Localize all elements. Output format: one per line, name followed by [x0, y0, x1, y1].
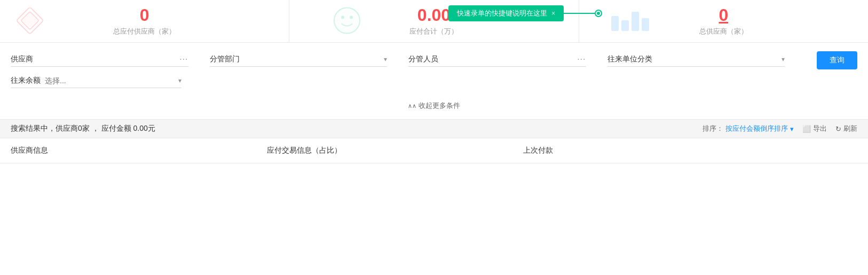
department-label: 分管部门	[210, 54, 240, 64]
collapse-label: 收起更多条件	[419, 101, 460, 111]
sort-label: 排序：	[703, 124, 723, 133]
total-payable-label: 总应付供应商（家）	[113, 27, 176, 36]
collapse-button[interactable]: ∧∧ 收起更多条件	[401, 99, 467, 113]
refresh-label: 刷新	[843, 124, 857, 133]
person-label: 分管人员	[408, 54, 438, 64]
department-filter: 分管部门 ▾	[210, 54, 388, 67]
payable-total-label: 应付合计（万）	[409, 27, 458, 36]
results-actions: 排序： 按应付会额倒序排序 ▾ ⬜ 导出 ↻ 刷新	[703, 124, 857, 133]
col-lastpay-header: 上次付款	[523, 146, 857, 155]
sort-arrow-icon[interactable]: ▾	[790, 125, 794, 133]
payable-total-value: 0.00	[417, 6, 451, 25]
col-transaction-header: 应付交易信息（占比）	[267, 146, 523, 155]
export-icon: ⬜	[802, 125, 811, 133]
col-supplier-header: 供应商信息	[11, 146, 267, 155]
supplier-input[interactable]	[37, 55, 179, 64]
total-payable-value: 0	[140, 6, 149, 25]
unit-category-input[interactable]	[657, 55, 782, 64]
total-suppliers-label: 总供应商（家）	[699, 27, 748, 36]
unit-category-label: 往来单位分类	[607, 54, 652, 64]
stats-bar: 0 总应付供应商（家） 0.00 应付合计（万） 快速录单的快捷键说明在这里 ×	[0, 0, 868, 43]
refresh-button[interactable]: ↻ 刷新	[835, 124, 857, 133]
refresh-icon: ↻	[835, 125, 841, 133]
results-bar: 搜索结果中，供应商0家 ， 应付金额 0.00元 排序： 按应付会额倒序排序 ▾…	[0, 120, 868, 138]
results-separator: ，	[92, 124, 99, 132]
filter-row-1: 供应商 ··· 分管部门 ▾ 分管人员 ··· 往来单位分类 ▾ 查询	[11, 51, 857, 69]
sort-select: 排序： 按应付会额倒序排序 ▾	[703, 124, 794, 133]
tooltip-text: 快速录单的快捷键说明在这里	[457, 9, 547, 18]
table-body	[0, 163, 868, 275]
export-label: 导出	[813, 124, 827, 133]
shortcut-tooltip: 快速录单的快捷键说明在这里 ×	[448, 5, 564, 21]
collapse-bar: ∧∧ 收起更多条件	[11, 95, 857, 119]
supplier-label: 供应商	[11, 54, 33, 64]
export-button[interactable]: ⬜ 导出	[802, 124, 827, 133]
filter-area: 供应商 ··· 分管部门 ▾ 分管人员 ··· 往来单位分类 ▾ 查询 往来余额	[0, 43, 868, 120]
filter-row-2: 往来余额 ▾	[11, 76, 857, 88]
query-button[interactable]: 查询	[817, 51, 857, 69]
stat-payable-total: 0.00 应付合计（万） 快速录单的快捷键说明在这里 ×	[289, 0, 579, 42]
supplier-more-btn[interactable]: ···	[179, 54, 188, 64]
collapse-up-icon: ∧∧	[408, 103, 416, 109]
department-input[interactable]	[244, 55, 384, 64]
balance-filter: 往来余额 ▾	[11, 76, 182, 88]
balance-label: 往来余额	[11, 76, 41, 85]
department-arrow-icon[interactable]: ▾	[384, 56, 387, 63]
unit-category-filter: 往来单位分类 ▾	[607, 54, 785, 67]
stat-total-suppliers: 0 总供应商（家）	[579, 0, 868, 42]
sort-value[interactable]: 按应付会额倒序排序	[725, 124, 788, 133]
results-text: 搜索结果中，供应商0家	[11, 124, 90, 132]
svg-point-5	[334, 7, 360, 33]
results-amount: 应付金额 0.00元	[101, 124, 155, 132]
balance-input[interactable]	[45, 76, 178, 85]
balance-arrow-icon[interactable]: ▾	[178, 77, 182, 84]
svg-rect-1	[21, 11, 39, 29]
stat-total-payable: 0 总应付供应商（家）	[0, 0, 289, 42]
results-info: 搜索结果中，供应商0家 ， 应付金额 0.00元	[11, 124, 155, 133]
tooltip-close[interactable]: ×	[551, 10, 555, 17]
unit-category-arrow-icon[interactable]: ▾	[782, 56, 785, 63]
person-filter: 分管人员 ···	[408, 54, 586, 67]
tooltip-dot	[596, 11, 601, 16]
supplier-filter: 供应商 ···	[11, 54, 188, 67]
person-input[interactable]	[443, 55, 577, 64]
person-more-btn[interactable]: ···	[577, 54, 586, 64]
table-header: 供应商信息 应付交易信息（占比） 上次付款	[0, 138, 868, 163]
total-suppliers-value: 0	[719, 6, 728, 25]
